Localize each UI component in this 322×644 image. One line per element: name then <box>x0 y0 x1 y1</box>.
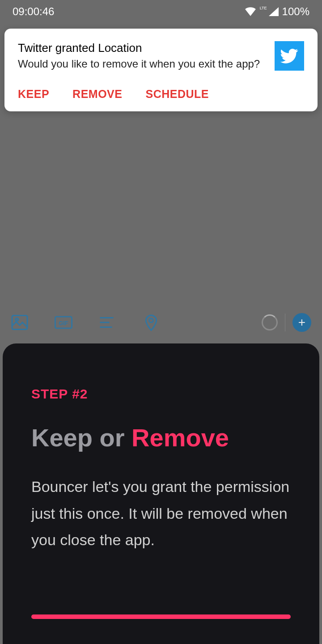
step-label: STEP #2 <box>31 386 291 402</box>
status-right: LTE 100% <box>245 5 309 18</box>
photo-icon[interactable] <box>11 314 29 330</box>
onboarding-sheet: STEP #2 Keep or Remove Bouncer let's you… <box>3 343 319 644</box>
divider <box>285 314 285 331</box>
poll-icon[interactable] <box>98 314 116 330</box>
char-count-icon <box>262 314 278 330</box>
sheet-body: Bouncer let's you grant the permission j… <box>31 474 291 554</box>
notification-title: Twitter granted Location <box>18 41 275 55</box>
progress-indicator[interactable] <box>31 614 291 619</box>
notification-subtitle: Would you like to remove it when you exi… <box>18 58 275 70</box>
wifi-icon <box>245 7 256 16</box>
status-time: 09:00:46 <box>13 5 54 18</box>
svg-point-4 <box>149 318 153 322</box>
battery-text: 100% <box>282 5 309 18</box>
schedule-button[interactable]: SCHEDULE <box>145 88 209 101</box>
svg-rect-0 <box>12 316 27 330</box>
compose-toolbar: GIF + <box>0 309 322 336</box>
gif-icon[interactable]: GIF <box>55 314 72 330</box>
permission-notification: Twitter granted Location Would you like … <box>4 29 318 111</box>
location-icon[interactable] <box>142 314 160 330</box>
svg-point-1 <box>16 318 18 321</box>
keep-button[interactable]: KEEP <box>18 88 49 101</box>
svg-text:GIF: GIF <box>59 320 68 326</box>
status-bar: 09:00:46 LTE 100% <box>0 0 322 23</box>
add-tweet-button[interactable]: + <box>292 313 311 332</box>
remove-button[interactable]: REMOVE <box>72 88 122 101</box>
sheet-title: Keep or Remove <box>31 423 291 452</box>
twitter-icon <box>275 41 304 71</box>
signal-icon: LTE <box>260 7 279 16</box>
